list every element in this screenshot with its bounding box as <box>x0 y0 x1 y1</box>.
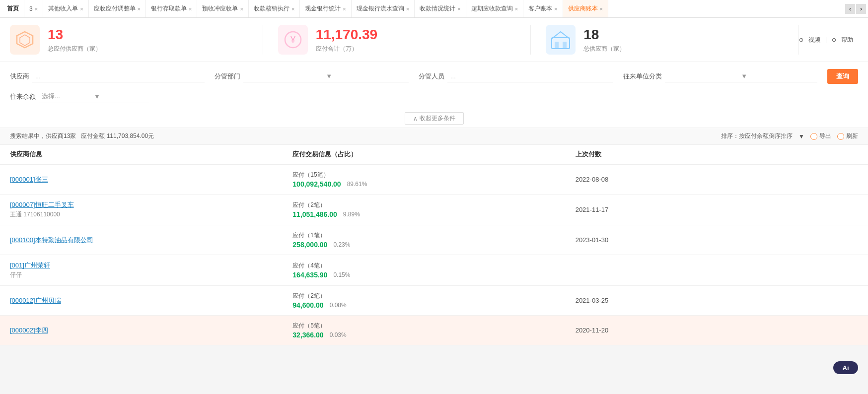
supplier-link-2[interactable]: [000007]恒旺二手叉车 <box>10 201 74 208</box>
search-button[interactable]: 查询 <box>827 69 858 84</box>
stat-card-total-suppliers: 18 总供应商（家） <box>531 25 799 55</box>
table-row: [000001]张三 应付（15笔） 100,092,540.00 89.61%… <box>0 165 868 195</box>
trade-label-4: 应付（4笔） <box>292 262 575 270</box>
chevron-down-icon-2: ▼ <box>741 72 814 80</box>
nav-tab-bank-deposit[interactable]: 银行存取款单 × <box>146 0 197 17</box>
payable-suppliers-icon <box>10 25 40 55</box>
help-icon: ⊙ <box>832 37 836 43</box>
trade-amount-3: 258,000.00 <box>292 241 327 249</box>
last-pay-2: 2021-11-17 <box>576 206 609 213</box>
nav-arrow-right[interactable]: › <box>856 4 866 14</box>
trade-cell-1: 应付（15笔） 100,092,540.00 89.61% <box>292 171 575 188</box>
close-icon[interactable]: × <box>291 6 294 12</box>
supplier-cell-1: [000001]张三 <box>10 175 292 184</box>
nav-arrows: ‹ › <box>845 4 866 14</box>
supplier-cell-5: [000012]广州贝瑞 <box>10 296 292 305</box>
close-icon[interactable]: × <box>600 6 603 12</box>
chevron-up-icon: ∧ <box>413 115 418 122</box>
trade-pct-1: 89.61% <box>347 181 367 188</box>
collapse-button[interactable]: ∧ 收起更多条件 <box>405 112 464 125</box>
advance-collect-label: 预收冲应收单 <box>202 4 238 13</box>
trade-label-5: 应付（2笔） <box>292 292 575 300</box>
close-icon[interactable]: × <box>138 6 141 12</box>
nav-tab-3[interactable]: 3 × <box>24 0 43 17</box>
stat-info-total-sup: 18 总供应商（家） <box>583 26 625 54</box>
nav-tab-overdue-query[interactable]: 超期应收款查询 × <box>466 0 523 17</box>
export-icon <box>810 133 817 140</box>
export-button[interactable]: 导出 <box>810 132 831 140</box>
filter-supplier: 供应商 <box>10 70 205 82</box>
trade-amount-2: 11,051,486.00 <box>292 210 337 218</box>
close-icon[interactable]: × <box>515 6 518 12</box>
nav-tab-receivable-adjust[interactable]: 应收应付调整单 × <box>89 0 146 17</box>
trade-row-5: 94,600.00 0.08% <box>292 301 575 309</box>
category-select[interactable]: ▼ <box>665 70 818 82</box>
trade-amount-6: 32,366.00 <box>292 331 323 339</box>
supplier-link-4[interactable]: [001]广州荣轩 <box>10 262 50 269</box>
supplier-link-5[interactable]: [000012]广州贝瑞 <box>10 297 61 304</box>
stat-info-total: 11,170.39 应付合计（万） <box>316 26 378 54</box>
bank-deposit-label: 银行存取款单 <box>151 4 187 13</box>
customer-ledger-label: 客户账本 <box>528 4 552 13</box>
col-supplier-info: 供应商信息 <box>10 150 292 159</box>
person-input[interactable] <box>447 70 613 82</box>
nav-tab-cash-bank-stat[interactable]: 现金银行统计 × <box>300 0 351 17</box>
svg-marker-1 <box>20 35 30 46</box>
trade-pct-6: 0.03% <box>330 331 347 338</box>
last-pay-3: 2023-01-30 <box>576 236 609 244</box>
receivable-adjust-label: 应收应付调整单 <box>94 4 136 13</box>
nav-arrow-left[interactable]: ‹ <box>845 4 855 14</box>
last-pay-cell-1: 2022-08-08 <box>576 176 858 183</box>
col-trade-info: 应付交易信息（占比） <box>292 150 575 159</box>
video-link[interactable]: 视频 <box>808 36 820 44</box>
trade-label-1: 应付（15笔） <box>292 171 575 179</box>
result-actions: 排序：按应付余额倒序排序 ▼ 导出 刷新 <box>721 132 858 140</box>
export-label: 导出 <box>819 132 831 140</box>
trade-label-3: 应付（1笔） <box>292 231 575 240</box>
supplier-input[interactable] <box>32 70 205 82</box>
filter-category: 往来单位分类 ▼ <box>623 70 818 82</box>
supplier-link-6[interactable]: [000002]李四 <box>10 327 48 334</box>
table-row: [000007]恒旺二手叉车 王通 17106110000 应付（2笔） 11,… <box>0 195 868 225</box>
result-amount: 应付金额 111,703,854.00元 <box>81 132 154 140</box>
supplier-link-3[interactable]: [000100]本特勤油品有限公司 <box>10 236 93 244</box>
close-icon[interactable]: × <box>554 6 557 12</box>
nav-tab-customer-ledger[interactable]: 客户账本 × <box>523 0 563 17</box>
last-pay-1: 2022-08-08 <box>576 176 609 183</box>
table-header: 供应商信息 应付交易信息（占比） 上次付数 <box>0 145 868 165</box>
trade-row-3: 258,000.00 0.23% <box>292 241 575 249</box>
nav-tab-other-income[interactable]: 其他收入单 × <box>43 0 88 17</box>
close-icon[interactable]: × <box>240 6 243 12</box>
close-icon[interactable]: × <box>35 6 38 12</box>
home-label: 首页 <box>7 4 19 13</box>
total-suppliers-number: 18 <box>583 26 625 43</box>
close-icon[interactable]: × <box>189 6 192 12</box>
trade-amount-4: 164,635.90 <box>292 271 327 279</box>
supplier-link-1[interactable]: [000001]张三 <box>10 176 48 183</box>
trade-row-2: 11,051,486.00 9.89% <box>292 210 575 218</box>
trade-label-2: 应付（2笔） <box>292 201 575 209</box>
refresh-icon <box>837 133 844 140</box>
nav-tab-receipt-stat[interactable]: 收款情况统计 × <box>415 0 466 17</box>
trade-amount-5: 94,600.00 <box>292 301 323 309</box>
nav-tab-advance-collect[interactable]: 预收冲应收单 × <box>197 0 248 17</box>
payable-total-label: 应付合计（万） <box>316 45 378 53</box>
nav-tab-supplier-ledger[interactable]: 供应商账本 × <box>563 0 608 17</box>
overdue-query-label: 超期应收款查询 <box>471 4 513 13</box>
close-icon[interactable]: × <box>343 6 346 12</box>
filter-area: 供应商 分管部门 ▼ 分管人员 往来单位分类 ▼ 查询 往来余额 选择 <box>0 62 868 128</box>
trade-label-6: 应付（5笔） <box>292 322 575 330</box>
nav-tab-receipt-verify[interactable]: 收款核销执行 × <box>249 0 300 17</box>
trade-cell-5: 应付（2笔） 94,600.00 0.08% <box>292 292 575 309</box>
close-icon[interactable]: × <box>80 6 83 12</box>
filter-person: 分管人员 <box>419 70 613 82</box>
dept-select[interactable]: ▼ <box>243 70 409 82</box>
close-icon[interactable]: × <box>457 6 460 12</box>
help-link[interactable]: 帮助 <box>841 36 853 44</box>
trade-pct-5: 0.08% <box>330 302 347 309</box>
close-icon[interactable]: × <box>406 6 409 12</box>
balance-select[interactable]: 选择... ▼ <box>39 90 149 103</box>
nav-tab-cash-bank-flow[interactable]: 现金银行流水查询 × <box>352 0 415 17</box>
nav-tab-home[interactable]: 首页 <box>2 0 24 17</box>
refresh-button[interactable]: 刷新 <box>837 132 858 140</box>
